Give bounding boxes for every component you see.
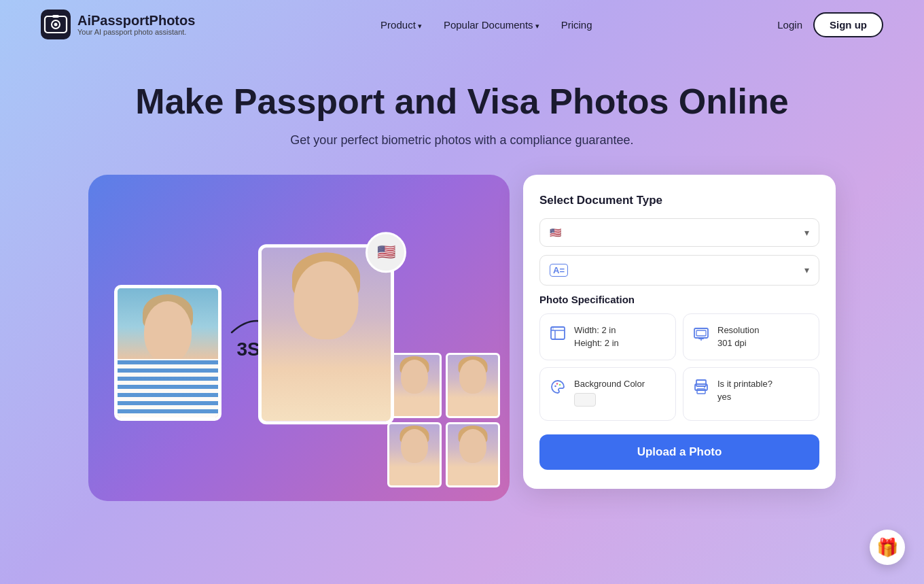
flag-badge: 🇺🇸: [366, 232, 406, 273]
grid-photo-1: [387, 353, 442, 418]
spec-resolution: Resolution 301 dpi: [683, 313, 819, 360]
spec-background-text: Background Color: [574, 377, 645, 411]
spec-size-text: Width: 2 in Height: 2 in: [574, 324, 619, 350]
svg-rect-11: [698, 338, 704, 339]
gift-icon: 🎁: [876, 537, 898, 558]
svg-point-16: [559, 383, 561, 385]
photo-frame-left: [114, 285, 221, 421]
svg-text:|||: |||: [552, 327, 554, 330]
doctype-dropdown-value: A=: [550, 264, 568, 277]
navbar: AiPassportPhotos Your AI passport photo …: [0, 0, 924, 49]
grid-photo-3: [387, 422, 442, 487]
spec-printable: Is it printable? yes: [683, 367, 819, 421]
country-dropdown-value: 🇺🇸: [550, 227, 561, 238]
mini-head-3: [401, 429, 428, 463]
nav-links: Product Popular Documents Pricing: [380, 19, 592, 31]
hero-headline: Make Passport and Visa Photos Online: [14, 82, 910, 122]
brand-name: AiPassportPhotos: [77, 13, 195, 28]
nav-pricing[interactable]: Pricing: [561, 19, 592, 31]
hero-section: Make Passport and Visa Photos Online Get…: [0, 49, 924, 161]
logo-text: AiPassportPhotos Your AI passport photo …: [77, 13, 195, 36]
svg-rect-4: [52, 15, 59, 18]
grid-photo-2: [446, 353, 500, 418]
document-form-card: Select Document Type 🇺🇸 ▾ A= ▾ Photo Spe…: [523, 175, 836, 489]
nav-popular-docs[interactable]: Popular Documents: [444, 19, 539, 31]
photo-demo: 3S 🇺🇸: [88, 175, 510, 501]
chevron-down-icon-2: ▾: [804, 264, 809, 275]
photo-card-background: 3S 🇺🇸: [88, 175, 510, 501]
person-image-left: [118, 288, 218, 417]
login-button[interactable]: Login: [777, 19, 802, 31]
spec-size: ||| Width: 2 in Height: 2 in: [539, 313, 676, 360]
logo-icon: [41, 10, 71, 39]
svg-rect-17: [696, 380, 706, 386]
flag-emoji: 🇺🇸: [377, 243, 395, 261]
upload-photo-button[interactable]: Upload a Photo: [539, 434, 819, 470]
spec-background: Background Color: [539, 367, 676, 421]
svg-point-3: [54, 23, 58, 27]
form-section-title: Select Document Type: [539, 194, 819, 207]
passport-photo-original: [114, 285, 221, 421]
country-dropdown[interactable]: 🇺🇸 ▾: [539, 218, 819, 247]
doctype-dropdown[interactable]: A= ▾: [539, 255, 819, 286]
resolution-icon: [693, 325, 709, 345]
passport-photo-processed: 🇺🇸: [258, 244, 394, 424]
country-flag: 🇺🇸: [550, 227, 561, 238]
background-icon: [550, 379, 566, 399]
svg-rect-19: [697, 389, 705, 394]
printable-icon: [693, 379, 709, 399]
spec-resolution-text: Resolution 301 dpi: [717, 324, 759, 350]
logo[interactable]: AiPassportPhotos Your AI passport photo …: [41, 10, 195, 39]
nav-product[interactable]: Product: [380, 19, 422, 31]
spec-grid: ||| Width: 2 in Height: 2 in: [539, 313, 819, 421]
signup-button[interactable]: Sign up: [813, 12, 883, 37]
photo-frame-center: [258, 244, 394, 424]
hero-subheadline: Get your perfect biometric photos with a…: [14, 133, 910, 148]
svg-point-15: [556, 383, 558, 385]
main-content: 3S 🇺🇸: [0, 161, 924, 501]
mini-head-1: [401, 360, 428, 394]
brand-tagline: Your AI passport photo assistant.: [77, 28, 195, 36]
timer-label: 3S: [236, 339, 260, 360]
doctype-icon: A=: [550, 264, 568, 277]
gift-bubble[interactable]: 🎁: [870, 530, 905, 565]
mini-head-4: [459, 429, 486, 463]
spec-section-title: Photo Specification: [539, 294, 819, 305]
shirt-left: [118, 359, 218, 417]
svg-point-14: [554, 385, 556, 387]
svg-rect-13: [696, 330, 706, 336]
mini-head-2: [459, 360, 486, 394]
size-icon: |||: [550, 325, 566, 345]
passport-photo-grid: [387, 353, 500, 487]
head-left: [144, 301, 192, 362]
background-color-swatch: [574, 393, 596, 407]
chevron-down-icon: ▾: [804, 227, 809, 238]
spec-printable-text: Is it printable? yes: [717, 377, 772, 404]
head-center: [294, 261, 359, 339]
svg-point-20: [704, 386, 705, 388]
grid-photo-4: [446, 422, 500, 487]
nav-buttons: Login Sign up: [777, 12, 883, 37]
